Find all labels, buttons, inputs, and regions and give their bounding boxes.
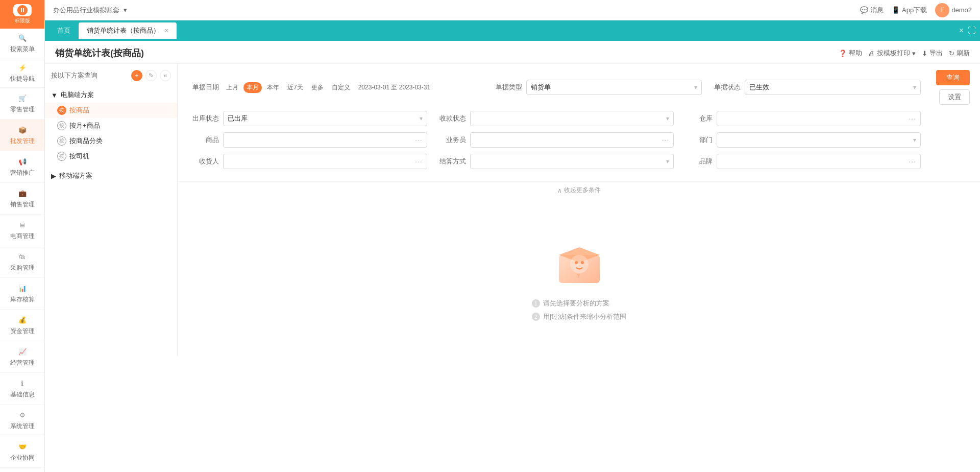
topbar-dropdown[interactable]: ▾ <box>124 6 127 14</box>
date-value: 2023-03-01 至 2023-03-31 <box>358 83 430 92</box>
scheme-icon-2: 按 <box>57 121 66 130</box>
tab-home-label: 首页 <box>57 26 70 35</box>
collapse-icon: « <box>164 72 167 79</box>
page-header: 销货单统计表(按商品) ❓ 帮助 🖨 按模板打印 ▾ ⬇ 导出 <box>45 41 980 64</box>
sidebar-item-inventory[interactable]: 📊 库存核算 <box>0 278 44 310</box>
more-dots-2: ··· <box>415 136 423 144</box>
more-dots-4: ··· <box>415 157 423 166</box>
scheme-mobile-header[interactable]: ▶ 移动端方案 <box>45 168 177 183</box>
out-status-select[interactable]: 已出库 ▾ <box>223 111 427 126</box>
date-tab-this-year[interactable]: 本年 <box>264 82 282 93</box>
app-download-button[interactable]: 📱 App下载 <box>892 6 927 15</box>
refresh-button[interactable]: ↻ 刷新 <box>949 49 970 58</box>
export-button[interactable]: ⬇ 导出 <box>922 49 943 58</box>
tab-fullscreen-button[interactable]: ⛶ <box>968 26 976 35</box>
sidebar-label-search: 搜索菜单 <box>10 45 35 54</box>
doc-type-select[interactable]: 销货单 ▾ <box>526 80 702 95</box>
empty-state: ? 1 请先选择要分析的方案 2 用[过滤]条件来缩小分析范围 <box>178 199 980 356</box>
filter-form-container: 单据日期 上月 本月 本年 近7天 更多 自定义 <box>178 64 980 356</box>
date-tab-last-month[interactable]: 上月 <box>223 82 241 93</box>
tabbar: 首页 销货单统计表（按商品） × × ⛶ <box>45 20 980 41</box>
date-tab-custom[interactable]: 自定义 <box>329 82 353 93</box>
add-scheme-button[interactable]: + <box>131 70 142 81</box>
receiver-select[interactable]: ··· <box>223 154 427 169</box>
tab-sales-stat[interactable]: 销货单统计表（按商品） × <box>79 22 177 39</box>
settlement-select[interactable]: ▾ <box>470 154 674 169</box>
dropdown-icon-2: ▾ <box>913 84 916 91</box>
edit-scheme-button[interactable]: ✎ <box>145 70 157 81</box>
scheme-by-printer[interactable]: 按 按司机 <box>45 149 177 164</box>
expand-icon-2: ▶ <box>51 172 56 180</box>
date-tab-this-month[interactable]: 本月 <box>243 82 262 93</box>
dropdown-icon-5: ▾ <box>913 136 916 144</box>
sidebar-item-ecommerce[interactable]: 🖥 电商管理 <box>0 215 44 246</box>
add-icon: + <box>135 72 138 79</box>
goods-select[interactable]: ··· <box>223 132 427 148</box>
brand-field: 品牌 ··· <box>682 154 921 169</box>
goods-field: 商品 ··· <box>188 132 427 148</box>
settings-button[interactable]: 设置 <box>939 89 970 105</box>
scheme-icon: 按 <box>57 106 66 115</box>
doc-type-label: 单据类型 <box>492 83 522 92</box>
sidebar-item-quick-nav[interactable]: ⚡ 快捷导航 <box>0 58 44 88</box>
tip-num-1: 1 <box>532 299 540 308</box>
sidebar-item-marketing[interactable]: 📢 营销推广 <box>0 151 44 183</box>
scheme-by-product[interactable]: 按 按商品 <box>45 103 177 118</box>
brand-label: 品牌 <box>682 157 713 166</box>
sidebar-item-enterprise[interactable]: 🤝 企业协同 <box>0 436 44 468</box>
scheme-desktop-header[interactable]: ▼ 电脑端方案 <box>45 87 177 103</box>
collapse-chevron-icon: ∧ <box>557 187 562 194</box>
template-print-button[interactable]: 🖨 按模板打印 ▾ <box>868 49 916 58</box>
sidebar-item-wholesale[interactable]: 📦 批发管理 <box>0 120 44 151</box>
filter-form: 单据日期 上月 本月 本年 近7天 更多 自定义 <box>178 64 980 181</box>
department-field: 部门 ▾ <box>682 132 921 148</box>
warehouse-select[interactable]: ··· <box>717 111 921 126</box>
tab-home[interactable]: 首页 <box>49 22 79 39</box>
filter-row-2: 出库状态 已出库 ▾ 收款状态 ▾ <box>188 111 970 126</box>
query-button[interactable]: 查询 <box>936 70 970 85</box>
more-dots-5: ··· <box>909 157 916 166</box>
expand-icon: ▼ <box>51 91 58 99</box>
tab-close-button[interactable]: × <box>165 27 168 34</box>
scheme-desktop-label: 电脑端方案 <box>61 90 94 100</box>
sidebar-item-finance[interactable]: 💰 资金管理 <box>0 310 44 341</box>
sales-icon: 💼 <box>17 188 28 198</box>
salesperson-select[interactable]: ··· <box>470 132 674 148</box>
collapse-filter-button[interactable]: ∧ 收起更多条件 <box>178 181 980 199</box>
sidebar-item-system[interactable]: ⚙ 系统管理 <box>0 405 44 436</box>
scheme-by-month-product[interactable]: 按 按月+商品 <box>45 118 177 133</box>
sidebar-item-operation[interactable]: 📈 经营管理 <box>0 341 44 373</box>
message-icon: 💬 <box>860 6 868 14</box>
sidebar-item-guide[interactable]: 🆕 新手引导 <box>0 468 44 472</box>
topbar-title: 办公用品行业模拟账套 <box>53 6 119 15</box>
user-menu[interactable]: E demo2 <box>935 3 972 17</box>
date-tab-7days[interactable]: 近7天 <box>284 82 306 93</box>
department-select[interactable]: ▾ <box>717 132 921 148</box>
tab-close-window-button[interactable]: × <box>959 26 964 35</box>
message-button[interactable]: 💬 消息 <box>860 6 884 15</box>
scheme-section-desktop: ▼ 电脑端方案 按 按商品 按 按月+商品 按 <box>45 85 177 166</box>
sidebar-item-sales[interactable]: 💼 销售管理 <box>0 183 44 215</box>
out-status-field: 出库状态 已出库 ▾ <box>188 111 427 126</box>
empty-tips: 1 请先选择要分析的方案 2 用[过滤]条件来缩小分析范围 <box>532 299 626 325</box>
goods-label: 商品 <box>188 135 219 145</box>
sidebar-item-basic[interactable]: ℹ 基础信息 <box>0 373 44 405</box>
sidebar-item-retail[interactable]: 🛒 零售管理 <box>0 88 44 120</box>
brand-select[interactable]: ··· <box>717 154 921 169</box>
sidebar: 标限版 🔍 搜索菜单 ⚡ 快捷导航 🛒 零售管理 📦 批发管理 📢 营销推广 💼… <box>0 0 45 472</box>
out-status-value: 已出库 <box>228 114 418 123</box>
collapse-sidebar-button[interactable]: « <box>160 70 171 81</box>
scheme-by-category[interactable]: 按 按商品分类 <box>45 133 177 149</box>
export-icon: ⬇ <box>922 50 927 57</box>
operation-icon: 📈 <box>17 346 28 357</box>
sidebar-item-search-menu[interactable]: 🔍 搜索菜单 <box>0 29 44 58</box>
print-icon: 🖨 <box>868 50 875 57</box>
tip-text-2: 用[过滤]条件来缩小分析范围 <box>543 312 626 321</box>
help-button[interactable]: ❓ 帮助 <box>839 49 862 58</box>
empty-tip-2: 2 用[过滤]条件来缩小分析范围 <box>532 312 626 321</box>
date-tab-more[interactable]: 更多 <box>308 82 327 93</box>
payment-status-select[interactable]: ▾ <box>470 111 674 126</box>
svg-point-2 <box>570 255 589 273</box>
doc-status-select[interactable]: 已生效 ▾ <box>745 80 921 95</box>
sidebar-item-purchase[interactable]: 🛍 采购管理 <box>0 246 44 278</box>
